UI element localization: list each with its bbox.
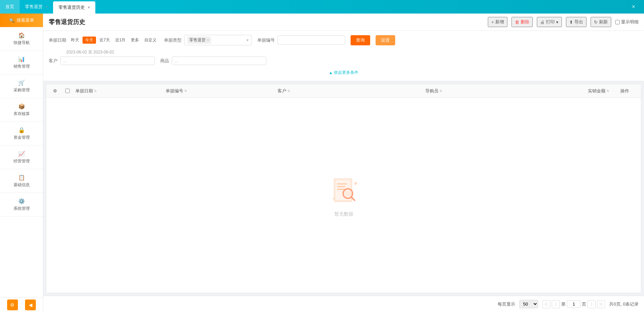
sidebar-item-purchase[interactable]: 🛒 采购管理 [0, 74, 43, 98]
delete-icon: 🗑 [515, 20, 519, 25]
delete-button[interactable]: 🗑 删除 [511, 17, 533, 27]
date-btn-1month[interactable]: 近1月 [113, 37, 128, 44]
svg-rect-1 [335, 180, 351, 200]
th-amount-label: 实销金额 [588, 88, 605, 94]
bill-type-select[interactable]: 零售退货 × ▾ [184, 35, 252, 45]
tab-home-label: 首页 [5, 4, 14, 10]
sidebar-item-system[interactable]: ⚙️ 系统管理 [0, 193, 43, 217]
date-btn-more[interactable]: 更多 [129, 37, 141, 44]
sidebar-search[interactable]: 🔍 搜索菜单 [0, 14, 43, 27]
sidebar-item-operation-label: 经营管理 [14, 158, 30, 164]
svg-rect-2 [337, 183, 347, 184]
th-customer[interactable]: 客户 ⇅ [276, 85, 423, 97]
query-button[interactable]: 查询 [351, 35, 370, 45]
purchase-icon: 🛒 [18, 79, 25, 86]
customer-filter-group: 客户 ... [49, 57, 155, 65]
print-button[interactable]: 🖨 打印 ▾ [537, 17, 562, 27]
sidebar-item-sales-label: 销售管理 [14, 64, 30, 69]
page-size-select[interactable]: 10 20 50 100 [519, 300, 538, 308]
inventory-icon: 📦 [18, 103, 25, 110]
tab-return-history[interactable]: 零售退货历史 × [53, 1, 95, 14]
th-bill[interactable]: 单据编号 ⇅ [164, 85, 276, 97]
th-date-sort-icon: ⇅ [94, 89, 97, 93]
top-bar-right: × [628, 2, 644, 12]
tab-return-close[interactable]: × [45, 4, 48, 9]
last-page-button[interactable]: ⟩⟩ [597, 300, 605, 308]
refresh-icon: ↻ [594, 20, 598, 25]
table-body: 暂无数据 [46, 98, 641, 293]
bill-number-input[interactable] [278, 36, 345, 45]
sidebar-item-base-info[interactable]: 📋 基础信息 [0, 169, 43, 193]
export-button[interactable]: ⬆ 导出 [566, 17, 587, 27]
page-word: 第 [561, 301, 566, 307]
customer-placeholder: ... [63, 58, 67, 63]
filter-bar: 单据日期 昨天 今天 近7天 近1月 更多 自定义 单据类型 [43, 31, 644, 81]
th-check[interactable] [61, 86, 73, 96]
refresh-label: 刷新 [599, 19, 608, 25]
print-label: 打印 [546, 19, 555, 25]
empty-state: 暂无数据 [327, 173, 361, 217]
finance-icon: 🔒 [18, 127, 25, 133]
th-guide[interactable]: 导购员 ⇅ [423, 85, 535, 97]
sidebar-item-sales[interactable]: 📊 销售管理 [0, 51, 43, 74]
product-placeholder: ... [175, 58, 178, 63]
collapse-bar[interactable]: ▲ 收起更多条件 [49, 68, 639, 77]
customer-select[interactable]: ... [60, 57, 155, 65]
filter-row-1: 单据日期 昨天 今天 近7天 近1月 更多 自定义 单据类型 [49, 35, 639, 45]
system-icon: ⚙️ [18, 198, 25, 204]
next-page-button[interactable]: ⟩ [588, 300, 596, 308]
pagination-nav: ⟨⟨ ⟨ 第 页 ⟩ ⟩⟩ [542, 300, 605, 308]
settings-icon: ⚙ [53, 88, 57, 93]
quick-nav-icon: 🏠 [18, 32, 25, 39]
svg-point-9 [333, 198, 335, 200]
th-settings[interactable]: ⚙ [49, 86, 61, 96]
sidebar-item-inventory[interactable]: 📦 库存核算 [0, 98, 43, 122]
date-shortcuts: 昨天 今天 近7天 近1月 更多 自定义 [69, 37, 159, 44]
customer-label: 客户 [49, 58, 57, 64]
product-label: 商品 [160, 58, 169, 64]
first-page-button[interactable]: ⟨⟨ [542, 300, 550, 308]
show-detail-checkbox[interactable]: 显示明细 [615, 19, 639, 25]
collapse-label: 收起更多条件 [334, 70, 358, 75]
page-number-input[interactable] [567, 300, 580, 308]
show-detail-input[interactable] [615, 20, 620, 24]
add-button[interactable]: + 新增 [488, 17, 507, 27]
date-btn-yesterday[interactable]: 昨天 [69, 37, 81, 44]
sidebar: 🔍 搜索菜单 🏠 快捷导航 📊 销售管理 🛒 采购管理 📦 库存核算 🔒 [0, 14, 43, 312]
empty-text: 暂无数据 [334, 211, 353, 217]
product-select[interactable]: ... [172, 57, 266, 65]
empty-illustration [327, 173, 361, 207]
header-actions: + 新增 🗑 删除 🖨 打印 ▾ ⬆ 导出 ↻ 刷新 [488, 17, 639, 27]
window-close-button[interactable]: × [628, 2, 639, 12]
sidebar-item-system-label: 系统管理 [14, 206, 30, 211]
tab-return-history-close[interactable]: × [88, 5, 90, 10]
sidebar-item-operation[interactable]: 📈 经营管理 [0, 146, 43, 169]
sidebar-settings-button[interactable]: ⚙ [7, 299, 18, 310]
sidebar-item-finance[interactable]: 🔒 资金管理 [0, 122, 43, 146]
bill-number-label: 单据编号 [257, 37, 275, 43]
sidebar-item-quick-nav[interactable]: 🏠 快捷导航 [0, 27, 43, 51]
tab-return[interactable]: 零售退货 × [20, 0, 53, 14]
sidebar-collapse-button[interactable]: ◀ [25, 299, 36, 310]
th-date[interactable]: 单据日期 ⇅ [73, 85, 164, 97]
page-header: 零售退货历史 + 新增 🗑 删除 🖨 打印 ▾ ⬆ 导出 [43, 14, 644, 31]
tab-home[interactable]: 首页 [0, 0, 20, 14]
sidebar-item-finance-label: 资金管理 [14, 135, 30, 140]
select-all-checkbox[interactable] [65, 89, 70, 93]
page-suffix: 页 [582, 301, 586, 307]
th-customer-sort-icon: ⇅ [287, 89, 290, 93]
content-area: 零售退货历史 + 新增 🗑 删除 🖨 打印 ▾ ⬆ 导出 [43, 14, 644, 312]
th-amount[interactable]: 实销金额 ⇅ [535, 85, 611, 97]
prev-page-button[interactable]: ⟨ [552, 300, 560, 308]
date-btn-7days[interactable]: 近7天 [97, 37, 112, 44]
settings-button[interactable]: 设置 [376, 35, 395, 45]
bill-type-tag-close[interactable]: × [207, 38, 209, 42]
tab-return-history-label: 零售退货历史 [58, 4, 85, 10]
refresh-button[interactable]: ↻ 刷新 [591, 17, 611, 27]
th-bill-sort-icon: ⇅ [184, 89, 187, 93]
delete-label: 删除 [521, 19, 529, 25]
bill-type-label: 单据类型 [164, 37, 182, 43]
date-btn-custom[interactable]: 自定义 [142, 37, 159, 44]
date-btn-today[interactable]: 今天 [82, 37, 96, 44]
sidebar-nav: 🏠 快捷导航 📊 销售管理 🛒 采购管理 📦 库存核算 🔒 资金管理 📈 [0, 27, 43, 297]
